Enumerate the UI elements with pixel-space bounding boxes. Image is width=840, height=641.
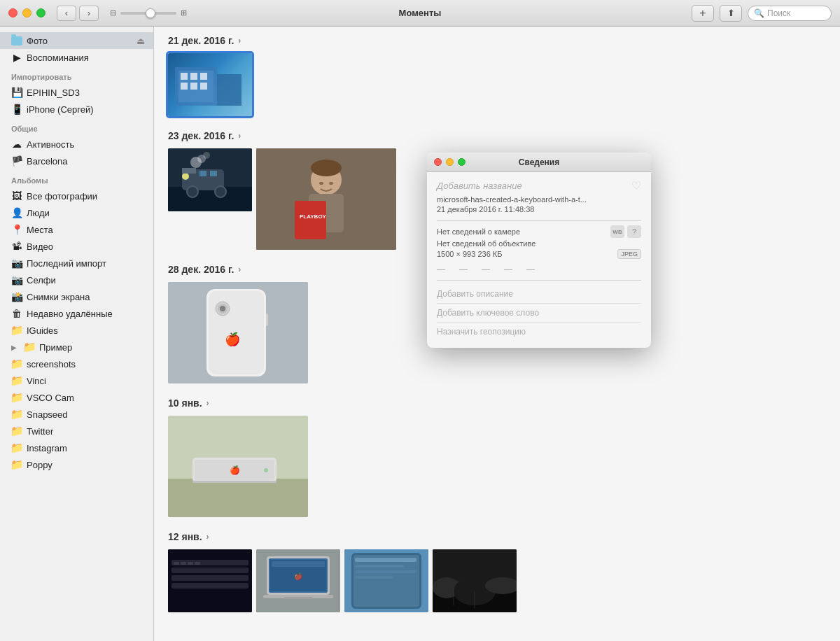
disclosure-arrow[interactable]: ▶ — [11, 344, 18, 351]
sidebar-item-twitter[interactable]: 📁 Twitter — [0, 423, 153, 439]
vsco-folder-icon: 📁 — [11, 392, 22, 403]
info-question-icon[interactable]: ? — [627, 225, 641, 238]
photo-thumb-4[interactable]: 🍎 — [168, 282, 308, 383]
photo-thumb-5[interactable]: 🍎 — [168, 416, 308, 517]
slider-track[interactable] — [120, 12, 176, 15]
close-button[interactable] — [8, 8, 18, 17]
info-add-name[interactable]: Добавить название — [437, 181, 522, 191]
search-box[interactable]: 🔍 Поиск — [748, 6, 832, 21]
info-dimensions: 1500 × 993 236 КБ — [437, 250, 502, 258]
info-close-button[interactable] — [434, 158, 442, 166]
svg-rect-25 — [295, 201, 326, 239]
svg-rect-19 — [200, 171, 206, 176]
sidebar-item-photos[interactable]: Фото ⏏ — [0, 32, 153, 49]
instagram-folder-icon: 📁 — [11, 442, 22, 453]
sidebar-item-poppy[interactable]: 📁 Poppy — [0, 456, 153, 473]
photo-thumb-8[interactable] — [344, 549, 428, 612]
svg-point-42 — [264, 468, 268, 472]
photo-thumb-2[interactable] — [168, 148, 252, 211]
toolbar-right: + ⬆ 🔍 Поиск — [692, 5, 832, 22]
minimize-button[interactable] — [22, 8, 31, 17]
info-panel-titlebar: Сведения — [427, 153, 651, 172]
sidebar-item-places[interactable]: 📍 Места — [0, 221, 153, 238]
photo-thumb-1[interactable] — [168, 53, 252, 116]
info-add-location[interactable]: Назначить геопозицию — [437, 323, 641, 341]
moment-section-1: 21 дек. 2016 г. › — [154, 27, 840, 122]
info-minimize-button[interactable] — [446, 158, 454, 166]
photo-thumb-3[interactable]: PLAYBOY — [256, 148, 396, 250]
memories-icon: ▶ — [11, 52, 22, 63]
sidebar-label-twitter: Twitter — [27, 426, 53, 437]
svg-rect-8 — [217, 74, 241, 106]
sidebar-item-screenshots-folder[interactable]: 📁 screenshots — [0, 355, 153, 372]
slider-thumb[interactable] — [146, 8, 155, 18]
svg-rect-18 — [182, 168, 196, 174]
maximize-button[interactable] — [36, 8, 46, 17]
zoom-slider[interactable]: ⊟ ⊞ — [110, 8, 187, 17]
info-heart-button[interactable]: ♡ — [631, 179, 641, 192]
sidebar-item-screenshots[interactable]: 📸 Снимки экрана — [0, 288, 153, 305]
photo-thumb-6[interactable] — [168, 549, 252, 612]
forward-button[interactable]: › — [79, 6, 99, 21]
svg-text:🍎: 🍎 — [225, 332, 241, 347]
eject-icon[interactable]: ⏏ — [136, 36, 145, 46]
twitter-folder-icon: 📁 — [11, 425, 22, 437]
info-name-row: Добавить название ♡ — [437, 179, 641, 192]
sidebar-item-sd[interactable]: 💾 EPIHIN_SD3 — [0, 84, 153, 101]
sidebar-item-vsco[interactable]: 📁 VSCO Cam — [0, 389, 153, 406]
svg-rect-66 — [355, 565, 404, 568]
sidebar-item-primer[interactable]: ▶ 📁 Пример — [0, 339, 153, 355]
sidebar-item-instagram[interactable]: 📁 Instagram — [0, 439, 153, 456]
info-meta-row: 1500 × 993 236 КБ JPEG — [437, 249, 641, 259]
titlebar: ‹ › ⊟ ⊞ Моменты + ⬆ 🔍 Поиск — [0, 0, 840, 27]
iphone-icon: 📱 — [11, 104, 22, 115]
moment-date-3: 28 дек. 2016 г. — [168, 264, 234, 275]
sidebar-item-video[interactable]: 📽 Видео — [0, 238, 153, 255]
moment-header-1[interactable]: 21 дек. 2016 г. › — [168, 35, 826, 46]
poppy-folder-icon: 📁 — [11, 459, 22, 470]
svg-rect-10 — [168, 187, 252, 211]
sidebar-item-recently-deleted[interactable]: 🗑 Недавно удалённые — [0, 305, 153, 322]
back-button[interactable]: ‹ — [57, 6, 76, 21]
share-button[interactable]: ⬆ — [720, 5, 742, 22]
photo-thumb-9[interactable] — [433, 549, 517, 612]
moment-header-5[interactable]: 12 янв. › — [168, 531, 826, 542]
info-add-description[interactable]: Добавить описание — [437, 285, 641, 304]
photo-thumb-7[interactable]: 🍎 — [256, 549, 340, 612]
trash-icon: 🗑 — [11, 308, 22, 319]
moment-section-4: 10 янв. › — [154, 389, 840, 523]
info-maximize-button[interactable] — [458, 158, 465, 166]
sidebar-item-snapseed[interactable]: 📁 Snapseed — [0, 406, 153, 423]
sidebar-label-primer: Пример — [39, 342, 72, 353]
sidebar-header-import: Импортировать — [0, 66, 153, 84]
svg-rect-37 — [266, 314, 268, 326]
sidebar-item-iphone[interactable]: 📱 iPhone (Сергей) — [0, 101, 153, 118]
sidebar-item-selfie[interactable]: 📷 Селфи — [0, 272, 153, 288]
info-wb-icon[interactable]: WB — [610, 225, 624, 238]
photos-icon — [11, 35, 22, 46]
sidebar-label-people: Люди — [27, 208, 50, 218]
moment-arrow-4: › — [206, 398, 209, 408]
sidebar-item-barcelona[interactable]: 🏴 Barcelona — [0, 153, 153, 169]
vinci-folder-icon: 📁 — [11, 375, 22, 386]
moment-arrow-5: › — [206, 532, 209, 542]
sidebar-item-iguides[interactable]: 📁 IGuides — [0, 322, 153, 339]
add-button[interactable]: + — [692, 5, 714, 22]
sidebar-label-places: Места — [27, 225, 53, 235]
sidebar-label-screenshots-folder: screenshots — [27, 359, 76, 369]
sidebar-label-vsco: VSCO Cam — [27, 393, 74, 403]
sidebar-item-last-import[interactable]: 📷 Последний импорт — [0, 255, 153, 272]
traffic-lights — [8, 8, 46, 17]
svg-rect-52 — [188, 562, 193, 565]
info-no-camera: Нет сведений о камере — [437, 227, 520, 236]
sidebar-item-activity[interactable]: ☁ Активность — [0, 136, 153, 153]
sidebar-item-allphotos[interactable]: 🖼 Все фотографии — [0, 188, 153, 204]
sidebar-item-vinci[interactable]: 📁 Vinci — [0, 372, 153, 389]
sidebar-item-people[interactable]: 👤 Люди — [0, 204, 153, 221]
info-add-keyword[interactable]: Добавить ключевое слово — [437, 304, 641, 323]
sidebar-item-memories[interactable]: ▶ Воспоминания — [0, 49, 153, 66]
moment-header-4[interactable]: 10 янв. › — [168, 397, 826, 409]
svg-rect-50 — [174, 562, 179, 565]
info-camera-icons: WB ? — [610, 225, 641, 238]
moment-header-2[interactable]: 23 дек. 2016 г. › — [168, 130, 826, 141]
